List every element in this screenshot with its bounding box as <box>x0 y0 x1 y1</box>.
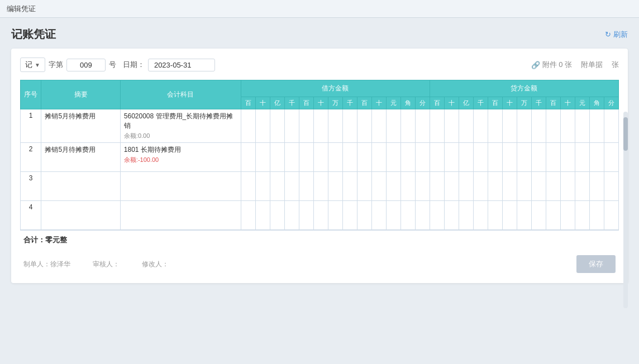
amount-cell[interactable] <box>400 201 415 230</box>
scrollbar[interactable] <box>623 112 628 308</box>
amount-cell[interactable] <box>386 201 400 230</box>
zi-input[interactable] <box>66 59 106 71</box>
table-row[interactable]: 3 <box>21 172 619 201</box>
amount-cell[interactable] <box>560 201 575 230</box>
amount-cell[interactable] <box>241 201 255 230</box>
row-summary[interactable]: 摊销5月待摊费用 <box>41 143 120 172</box>
attachment-link[interactable]: 🔗 附件 0 张 <box>531 60 572 70</box>
save-button[interactable]: 保存 <box>576 255 616 273</box>
amount-cell[interactable] <box>473 172 488 201</box>
amount-cell[interactable] <box>531 143 546 172</box>
amount-cell[interactable] <box>546 143 560 172</box>
row-summary[interactable] <box>41 172 120 201</box>
amount-cell[interactable] <box>415 201 430 230</box>
amount-cell[interactable] <box>502 109 517 143</box>
amount-cell[interactable] <box>241 109 255 143</box>
row-account[interactable] <box>120 172 241 201</box>
amount-cell[interactable] <box>313 201 328 230</box>
amount-cell[interactable] <box>473 109 488 143</box>
amount-cell[interactable] <box>531 109 546 143</box>
row-account[interactable] <box>120 201 241 230</box>
amount-cell[interactable] <box>299 201 313 230</box>
amount-cell[interactable] <box>575 172 589 201</box>
amount-cell[interactable] <box>255 109 270 143</box>
amount-cell[interactable] <box>357 172 371 201</box>
amount-cell[interactable] <box>328 201 342 230</box>
amount-cell[interactable] <box>313 172 328 201</box>
amount-cell[interactable] <box>589 143 604 172</box>
amount-cell[interactable] <box>415 109 430 143</box>
date-input[interactable] <box>148 59 215 71</box>
amount-cell[interactable] <box>488 172 502 201</box>
attach-single-label[interactable]: 附单据 <box>581 60 603 70</box>
amount-cell[interactable] <box>313 109 328 143</box>
amount-cell[interactable] <box>575 143 589 172</box>
table-row[interactable]: 4 <box>21 201 619 230</box>
amount-cell[interactable] <box>560 172 575 201</box>
amount-cell[interactable] <box>255 143 270 172</box>
table-row[interactable]: 1摊销5月待摊费用56020008 管理费用_长期待摊费用摊销余额:0.00 <box>21 109 619 143</box>
amount-cell[interactable] <box>546 109 560 143</box>
amount-cell[interactable] <box>444 172 459 201</box>
amount-cell[interactable] <box>517 109 531 143</box>
amount-cell[interactable] <box>371 201 386 230</box>
row-account[interactable]: 1801 长期待摊费用余额:-100.00 <box>120 143 241 172</box>
amount-cell[interactable] <box>400 172 415 201</box>
amount-cell[interactable] <box>488 109 502 143</box>
amount-cell[interactable] <box>328 109 342 143</box>
amount-cell[interactable] <box>400 143 415 172</box>
amount-cell[interactable] <box>342 143 357 172</box>
amount-cell[interactable] <box>444 143 459 172</box>
amount-cell[interactable] <box>589 109 604 143</box>
amount-cell[interactable] <box>357 201 371 230</box>
amount-cell[interactable] <box>371 109 386 143</box>
table-row[interactable]: 2摊销5月待摊费用1801 长期待摊费用余额:-100.00 <box>21 143 619 172</box>
amount-cell[interactable] <box>328 172 342 201</box>
amount-cell[interactable] <box>386 172 400 201</box>
amount-cell[interactable] <box>386 109 400 143</box>
amount-cell[interactable] <box>502 172 517 201</box>
amount-cell[interactable] <box>444 109 459 143</box>
amount-cell[interactable] <box>517 143 531 172</box>
amount-cell[interactable] <box>488 201 502 230</box>
amount-cell[interactable] <box>459 143 473 172</box>
amount-cell[interactable] <box>270 201 284 230</box>
row-summary[interactable]: 摊销5月待摊费用 <box>41 109 120 143</box>
amount-cell[interactable] <box>299 143 313 172</box>
amount-cell[interactable] <box>386 143 400 172</box>
amount-cell[interactable] <box>284 201 299 230</box>
ji-select[interactable]: 记 ▼ <box>20 58 45 72</box>
amount-cell[interactable] <box>430 172 444 201</box>
amount-cell[interactable] <box>357 143 371 172</box>
amount-cell[interactable] <box>357 109 371 143</box>
amount-cell[interactable] <box>415 172 430 201</box>
amount-cell[interactable] <box>415 143 430 172</box>
amount-cell[interactable] <box>531 172 546 201</box>
amount-cell[interactable] <box>430 143 444 172</box>
amount-cell[interactable] <box>517 172 531 201</box>
amount-cell[interactable] <box>270 172 284 201</box>
amount-cell[interactable] <box>284 172 299 201</box>
amount-cell[interactable] <box>241 172 255 201</box>
amount-cell[interactable] <box>604 172 618 201</box>
amount-cell[interactable] <box>284 109 299 143</box>
amount-cell[interactable] <box>459 172 473 201</box>
amount-cell[interactable] <box>313 143 328 172</box>
amount-cell[interactable] <box>255 201 270 230</box>
amount-cell[interactable] <box>459 201 473 230</box>
amount-cell[interactable] <box>299 172 313 201</box>
amount-cell[interactable] <box>255 172 270 201</box>
amount-cell[interactable] <box>488 143 502 172</box>
amount-cell[interactable] <box>560 109 575 143</box>
amount-cell[interactable] <box>342 201 357 230</box>
amount-cell[interactable] <box>430 109 444 143</box>
refresh-button[interactable]: ↻ 刷新 <box>605 30 628 40</box>
amount-cell[interactable] <box>400 109 415 143</box>
amount-cell[interactable] <box>604 143 618 172</box>
amount-cell[interactable] <box>575 201 589 230</box>
amount-cell[interactable] <box>270 109 284 143</box>
amount-cell[interactable] <box>459 109 473 143</box>
amount-cell[interactable] <box>342 172 357 201</box>
amount-cell[interactable] <box>473 201 488 230</box>
amount-cell[interactable] <box>546 172 560 201</box>
